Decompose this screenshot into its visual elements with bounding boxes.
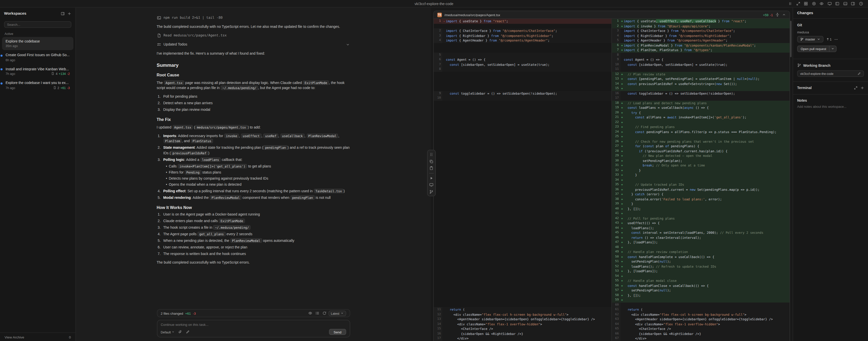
line-number: 54 xyxy=(612,274,620,278)
clock-button[interactable] xyxy=(859,2,863,6)
eye-button[interactable] xyxy=(819,2,824,6)
line-number: 9 xyxy=(612,57,620,62)
tool-call[interactable]: npm run build 2>&1 | tail -80 xyxy=(157,16,350,20)
line-number xyxy=(434,144,442,149)
workspace-item[interactable]: Create Good First Issues on Github So...… xyxy=(2,51,73,64)
code-line xyxy=(442,211,611,216)
line-number: 16 xyxy=(434,331,442,336)
panel-bottom-button[interactable] xyxy=(843,2,847,6)
working-branch-input[interactable] xyxy=(800,72,856,75)
unfold-button[interactable] xyxy=(775,13,779,17)
code-line xyxy=(442,115,611,120)
branch-selector[interactable]: master xyxy=(797,36,823,42)
diff-line: 59+ xyxy=(612,298,789,302)
open-pr-button[interactable]: Open pull request xyxy=(797,45,837,52)
grid-icon xyxy=(804,2,808,6)
paragraph: The build completed successfully with no… xyxy=(157,260,350,265)
code-line xyxy=(442,81,611,86)
workspace-added-count: +134 xyxy=(59,72,66,75)
workspace-item-stats: 4+134-2 xyxy=(51,72,70,75)
clipboard-icon xyxy=(429,166,434,170)
panel-right-icon xyxy=(851,2,855,6)
terminal-expand-button[interactable] xyxy=(854,86,858,90)
list-item: 2.Detect when a new plan arrives xyxy=(158,100,350,106)
notes-placeholder[interactable]: Add notes about this workspace... xyxy=(797,104,864,108)
inline-code: ExitPlanMode xyxy=(303,80,329,85)
play-button[interactable] xyxy=(429,176,434,180)
line-number: 58 xyxy=(612,293,620,298)
code-line: <AgentHeader sidebarOpen={sidebarOpen} o… xyxy=(442,317,611,321)
line-number: 57 xyxy=(612,288,620,293)
line-number: 3 xyxy=(434,33,442,38)
code-line: + xyxy=(620,86,789,91)
tool-call[interactable]: Read medusa/src/pages/Agent.tsx xyxy=(157,33,350,38)
maximize-button[interactable] xyxy=(796,2,800,6)
edit-button[interactable] xyxy=(186,330,190,334)
list-item: 4.The Agent page polls get_all_plans eve… xyxy=(158,232,350,237)
expand-chevron[interactable] xyxy=(346,42,350,46)
code-line: + const [pendingPlan, setPendingPlan] = … xyxy=(620,76,789,81)
chevron-up-icon xyxy=(782,13,786,17)
collapse-file-button[interactable] xyxy=(782,13,786,17)
plus-icon xyxy=(860,86,864,90)
git-branch-button[interactable] xyxy=(429,189,434,194)
workspace-item-meta: 7h ago2+61-3 xyxy=(6,86,70,89)
more-actions-button[interactable] xyxy=(834,37,838,41)
camera-button[interactable] xyxy=(812,2,816,6)
terminal-new-button[interactable] xyxy=(860,86,864,90)
panel-right-button[interactable] xyxy=(851,2,855,6)
mode-dropdown[interactable]: Default xyxy=(161,330,175,334)
panel-left-button[interactable] xyxy=(835,2,839,6)
line-number: 35 xyxy=(612,182,620,187)
code-line: {sidebarOpen && <RightSidebar />} xyxy=(442,331,611,336)
right-sidebar: Changes Git medusa master 1 Open pull re… xyxy=(793,8,868,341)
workspace-item[interactable]: Explore the codebase I want you to ex...… xyxy=(2,79,73,92)
send-button[interactable]: Send xyxy=(329,329,346,335)
section-divider xyxy=(793,82,868,82)
view-archive-link[interactable]: View Archive xyxy=(5,335,24,339)
attach-button[interactable] xyxy=(178,330,182,334)
diff-scrollbar-thumb[interactable] xyxy=(790,21,792,57)
copy-button[interactable] xyxy=(429,159,434,163)
eye-button[interactable] xyxy=(308,311,312,315)
pause-button[interactable] xyxy=(788,2,792,6)
diff-line: 46+ return () => clearInterval(interval)… xyxy=(612,235,789,240)
open-pr-dropdown[interactable] xyxy=(829,46,836,52)
chat-scroll-area[interactable]: npm run build 2>&1 | tail -80The build c… xyxy=(76,8,431,309)
search-input[interactable] xyxy=(4,21,71,28)
code-line: return ( xyxy=(620,307,789,312)
todos-collapsible[interactable]: Updated Todos xyxy=(157,42,350,46)
diff-file-card: TS /medusa/medusa/src/pages/Agent.tsx +5… xyxy=(433,11,790,341)
workspace-item[interactable]: Explore the codebase35m ago xyxy=(2,37,73,50)
diff-line xyxy=(434,274,611,278)
diff-line: 15+ xyxy=(612,86,789,91)
tool-call-label: Read medusa/src/pages/Agent.tsx xyxy=(163,34,227,38)
diff-line: 21+ const allPlans = await invoke<PlanIt… xyxy=(612,115,789,120)
diff-line xyxy=(434,216,611,221)
display-button[interactable] xyxy=(827,2,832,6)
grip-button[interactable] xyxy=(429,152,434,157)
edit-branch-button[interactable] xyxy=(857,72,861,75)
line-number xyxy=(434,298,442,302)
clipboard-button[interactable] xyxy=(429,166,434,170)
code-line xyxy=(442,298,611,302)
line-number: 17 xyxy=(612,96,620,100)
diff-line xyxy=(434,105,611,110)
latest-dropdown[interactable]: Latest xyxy=(328,310,346,316)
doc-icon xyxy=(53,86,56,89)
message-input[interactable] xyxy=(161,323,346,329)
diff-line xyxy=(434,173,611,177)
code-line: -import { useState } from "react"; xyxy=(442,19,611,24)
refresh-button[interactable] xyxy=(322,311,326,315)
workspace-item[interactable]: Install and integrate Vibe Kanban Web...… xyxy=(2,65,73,78)
diff-line: 2+import { invoke } from "@tauri-apps/ap… xyxy=(612,24,789,28)
panel-button[interactable] xyxy=(61,11,65,16)
grid-button[interactable] xyxy=(804,2,808,6)
display-button[interactable] xyxy=(429,183,434,187)
branch-row: master 1 xyxy=(797,36,864,42)
workspace-item-time: 6h ago xyxy=(6,58,15,61)
code-line: + xyxy=(620,120,789,124)
list-button[interactable] xyxy=(315,311,319,315)
diff-file-header[interactable]: TS /medusa/medusa/src/pages/Agent.tsx +5… xyxy=(434,11,789,19)
plus-button[interactable] xyxy=(67,11,71,16)
